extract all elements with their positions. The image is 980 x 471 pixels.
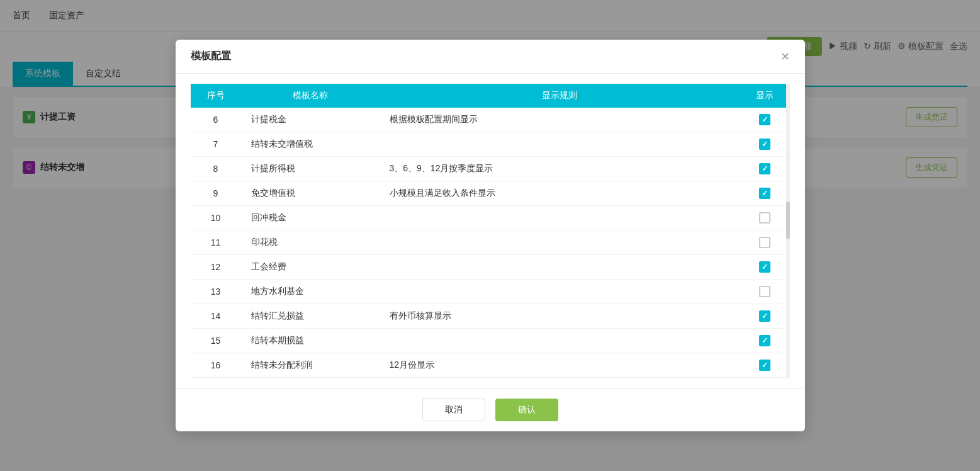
table-row: 11印花税	[191, 230, 790, 255]
cell-seq: 11	[191, 230, 241, 255]
checkbox-row-3[interactable]	[759, 188, 770, 199]
modal-title: 模板配置	[191, 50, 231, 63]
checkbox-row-10[interactable]	[759, 360, 770, 371]
cell-rule	[380, 280, 740, 304]
checkbox-row-8[interactable]	[759, 310, 770, 322]
cell-rule: 小规模且满足收入条件显示	[380, 181, 740, 206]
cell-display	[740, 230, 790, 255]
cell-name: 地方水利基金	[241, 280, 380, 304]
table-body: 6计提税金根据模板配置期间显示7结转未交增值税8计提所得税3、6、9、12月按季…	[191, 108, 790, 378]
checkbox-row-4[interactable]	[759, 212, 770, 224]
cell-seq: 6	[191, 108, 241, 132]
cell-display	[740, 353, 790, 378]
cell-rule	[380, 329, 740, 353]
cell-name: 免交增值税	[241, 181, 380, 206]
cell-seq: 7	[191, 132, 241, 157]
cell-rule	[380, 206, 740, 230]
cell-name: 回冲税金	[241, 206, 380, 230]
table-row: 13地方水利基金	[191, 280, 790, 304]
checkbox-row-0[interactable]	[759, 114, 770, 125]
modal-close-button[interactable]: ✕	[780, 51, 790, 62]
cancel-button[interactable]: 取消	[422, 399, 485, 421]
scrollbar-thumb	[786, 201, 790, 239]
cell-name: 结转本期损益	[241, 329, 380, 353]
table-row: 6计提税金根据模板配置期间显示	[191, 108, 790, 132]
th-seq: 序号	[191, 84, 241, 108]
cell-display	[740, 255, 790, 280]
modal-footer: 取消 确认	[176, 388, 805, 431]
cell-rule: 3、6、9、12月按季度显示	[380, 157, 740, 181]
modal-body: 序号 模板名称 显示规则 显示 6计提税金根据模板配置期间显示7结转未交增值税8…	[176, 74, 805, 388]
table-scroll-wrapper: 序号 模板名称 显示规则 显示 6计提税金根据模板配置期间显示7结转未交增值税8…	[191, 84, 790, 378]
cell-rule: 12月份显示	[380, 353, 740, 378]
table-header-row: 序号 模板名称 显示规则 显示	[191, 84, 790, 108]
cell-name: 工会经费	[241, 255, 380, 280]
modal-overlay: 模板配置 ✕ 序号 模板名称 显示规则 显示 6计提税金根据模板配置期间显	[0, 0, 980, 471]
cell-seq: 9	[191, 181, 241, 206]
checkbox-row-6[interactable]	[759, 261, 770, 273]
cell-display	[740, 280, 790, 304]
checkbox-row-7[interactable]	[759, 286, 770, 297]
cell-name: 结转未交增值税	[241, 132, 380, 157]
cell-name: 结转未分配利润	[241, 353, 380, 378]
checkbox-row-1[interactable]	[759, 139, 770, 150]
table-row: 15结转本期损益	[191, 329, 790, 353]
th-display: 显示	[740, 84, 790, 108]
scrollbar-indicator	[786, 84, 790, 378]
cell-seq: 15	[191, 329, 241, 353]
cell-seq: 10	[191, 206, 241, 230]
modal-template-config: 模板配置 ✕ 序号 模板名称 显示规则 显示 6计提税金根据模板配置期间显	[176, 40, 805, 431]
cell-display	[740, 157, 790, 181]
cell-rule: 有外币核算显示	[380, 304, 740, 329]
cell-seq: 14	[191, 304, 241, 329]
checkbox-row-5[interactable]	[759, 237, 770, 248]
cell-display	[740, 132, 790, 157]
cell-rule	[380, 230, 740, 255]
cell-display	[740, 206, 790, 230]
checkbox-row-9[interactable]	[759, 335, 770, 346]
table-row: 16结转未分配利润12月份显示	[191, 353, 790, 378]
cell-seq: 16	[191, 353, 241, 378]
cell-seq: 13	[191, 280, 241, 304]
modal-header: 模板配置 ✕	[176, 40, 805, 74]
cell-display	[740, 181, 790, 206]
checkbox-row-2[interactable]	[759, 163, 770, 174]
cell-name: 印花税	[241, 230, 380, 255]
cell-display	[740, 329, 790, 353]
table-row: 9免交增值税小规模且满足收入条件显示	[191, 181, 790, 206]
cell-display	[740, 304, 790, 329]
table-row: 8计提所得税3、6、9、12月按季度显示	[191, 157, 790, 181]
cell-name: 计提税金	[241, 108, 380, 132]
cell-seq: 12	[191, 255, 241, 280]
cell-rule	[380, 255, 740, 280]
cell-name: 计提所得税	[241, 157, 380, 181]
config-table: 序号 模板名称 显示规则 显示 6计提税金根据模板配置期间显示7结转未交增值税8…	[191, 84, 790, 378]
table-row: 12工会经费	[191, 255, 790, 280]
confirm-button[interactable]: 确认	[495, 399, 558, 421]
cell-display	[740, 108, 790, 132]
table-row: 10回冲税金	[191, 206, 790, 230]
cell-name: 结转汇兑损益	[241, 304, 380, 329]
table-row: 7结转未交增值税	[191, 132, 790, 157]
cell-seq: 8	[191, 157, 241, 181]
cell-rule	[380, 132, 740, 157]
cell-rule: 根据模板配置期间显示	[380, 108, 740, 132]
th-rule: 显示规则	[380, 84, 740, 108]
th-name: 模板名称	[241, 84, 380, 108]
table-row: 14结转汇兑损益有外币核算显示	[191, 304, 790, 329]
